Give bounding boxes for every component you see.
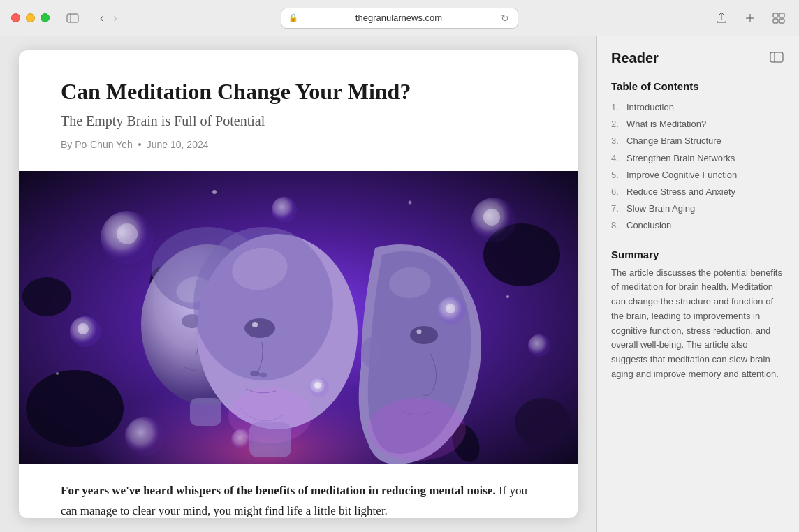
svg-point-22 [528,334,550,357]
toc-item-3[interactable]: 3. Change Brain Structure [611,133,785,149]
article-title: Can Meditation Change Your Mind? [61,78,536,105]
svg-point-36 [259,373,267,378]
toc-num-7: 7. [611,202,624,215]
svg-point-52 [56,372,59,375]
reader-title: Reader [611,50,659,66]
svg-rect-28 [190,398,221,426]
svg-rect-7 [779,19,784,23]
toc-text-6: Reduce Stress and Anxiety [626,186,735,198]
article-byline: By Po-Chun Yeh June 10, 2024 [61,139,536,150]
toc-text-8: Conclusion [626,219,671,232]
svg-point-21 [483,209,500,226]
minimize-button[interactable] [26,13,35,22]
toc-num-5: 5. [611,169,624,182]
toc-heading: Table of Contents [611,80,785,92]
address-bar[interactable]: 🔒 thegranularnews.com ↻ [281,8,518,29]
svg-point-19 [272,197,297,222]
byline-date: June 10, 2024 [147,139,209,150]
forward-button[interactable]: › [109,10,121,27]
hero-illustration [19,171,578,464]
reader-header: Reader [611,50,785,66]
tab-overview-button[interactable] [770,11,788,25]
article-body-text: For years we've heard whispers of the be… [61,481,536,518]
svg-point-18 [125,417,164,456]
svg-point-49 [212,190,217,194]
byline-separator [138,143,141,146]
titlebar-left: ‹ › [11,10,122,27]
svg-point-45 [314,382,321,389]
nav-arrows: ‹ › [96,10,122,27]
toc-num-4: 4. [611,152,624,165]
article-body: For years we've heard whispers of the be… [19,464,578,518]
back-button[interactable]: ‹ [96,10,108,27]
svg-point-35 [250,371,260,376]
svg-point-10 [26,370,124,447]
reader-layout-button[interactable] [768,50,785,66]
svg-point-13 [22,277,71,316]
toc-item-7[interactable]: 7. Slow Brain Aging [611,200,785,217]
article-header: Can Meditation Change Your Mind? The Emp… [19,50,578,171]
toc-item-5[interactable]: 5. Improve Cognitive Function [611,167,785,184]
traffic-lights [11,13,50,22]
svg-point-17 [78,323,89,334]
article-area: Can Meditation Change Your Mind? The Emp… [0,36,596,532]
toc-text-4: Strengthen Brain Networks [626,152,735,165]
toc-text-3: Change Brain Structure [626,135,721,147]
toc-text-7: Slow Brain Aging [626,202,695,215]
toc-num-2: 2. [611,118,624,131]
titlebar: ‹ › 🔒 thegranularnews.com ↻ [0,0,799,36]
reload-button[interactable]: ↻ [499,11,511,25]
reader-sidebar: Reader Table of Contents 1. Introduction… [596,36,799,532]
toc-num-1: 1. [611,101,624,114]
toc-num-8: 8. [611,219,624,232]
svg-rect-0 [67,14,78,22]
toc-text-2: What is Meditation? [626,118,706,131]
maximize-button[interactable] [41,13,50,22]
svg-point-40 [417,330,422,334]
toc-item-6[interactable]: 6. Reduce Stress and Anxiety [611,184,785,200]
svg-point-39 [410,326,438,344]
svg-point-15 [117,223,138,244]
toc-num-6: 6. [611,186,624,198]
svg-rect-4 [773,13,778,17]
close-button[interactable] [11,13,20,22]
article-hero-image [19,171,578,464]
svg-point-42 [361,337,382,368]
toc-num-3: 3. [611,135,624,147]
svg-point-48 [231,429,254,451]
svg-rect-53 [770,52,783,62]
svg-point-51 [506,295,509,298]
url-text: thegranularnews.com [302,13,495,23]
main-area: Can Meditation Change Your Mind? The Emp… [0,36,799,532]
svg-rect-5 [779,13,784,17]
toc-list: 1. Introduction 2. What is Meditation? 3… [611,99,785,235]
toc-item-2[interactable]: 2. What is Meditation? [611,116,785,133]
toc-text-5: Improve Cognitive Function [626,169,737,182]
lock-icon: 🔒 [288,13,298,22]
toc-item-1[interactable]: 1. Introduction [611,99,785,116]
article-subtitle: The Empty Brain is Full of Potential [61,113,536,129]
article-card: Can Meditation Change Your Mind? The Emp… [19,50,578,518]
sidebar-toggle-button[interactable] [65,11,85,25]
svg-point-47 [446,304,455,313]
share-button[interactable] [712,10,731,26]
titlebar-right [712,10,788,26]
svg-point-34 [252,322,258,327]
svg-point-50 [409,201,412,205]
svg-point-33 [244,318,275,338]
svg-rect-6 [773,19,778,23]
svg-point-12 [515,398,571,447]
toc-item-8[interactable]: 8. Conclusion [611,217,785,234]
toc-text-1: Introduction [626,101,674,114]
summary-text: The article discusses the potential bene… [611,266,785,382]
summary-heading: Summary [611,249,785,260]
svg-point-41 [368,398,466,461]
new-tab-button[interactable] [742,11,758,25]
byline-author: By Po-Chun Yeh [61,139,133,150]
address-bar-container: 🔒 thegranularnews.com ↻ [281,8,518,29]
toc-item-4[interactable]: 4. Strengthen Brain Networks [611,150,785,167]
